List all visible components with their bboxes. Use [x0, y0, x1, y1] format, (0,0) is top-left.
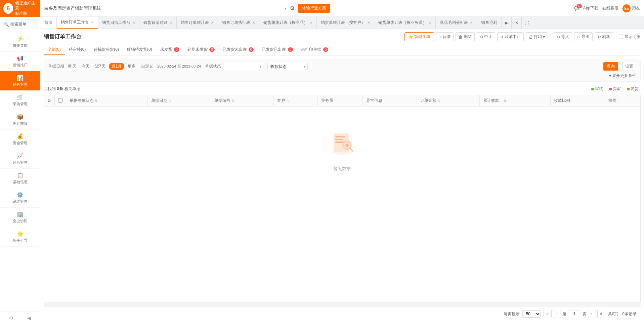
expand-icon[interactable]: ▾: [285, 6, 287, 11]
sub-tab-pending-inspect[interactable]: 待拣货验货(0): [90, 45, 123, 55]
tab-fullscreen-button[interactable]: ⛶: [522, 17, 532, 29]
th-amount-sort[interactable]: 订单金额 ⇅: [420, 98, 476, 104]
tab-home[interactable]: 首页: [40, 17, 57, 29]
sidebar-item-sales-promo[interactable]: 📢 营销推广: [0, 52, 40, 71]
new-button[interactable]: + 新增: [436, 32, 454, 41]
cancel-stop-button[interactable]: ↺ 取消中止: [497, 32, 524, 41]
tab-more-button[interactable]: ▶: [502, 17, 512, 29]
prev-page-button[interactable]: ‹: [553, 310, 561, 318]
page-size-select[interactable]: 50 10 20 100: [522, 310, 541, 318]
tab-sales-order-exec[interactable]: 销售订单执行表 ✕: [218, 17, 259, 29]
message-icon[interactable]: 💬 6: [574, 6, 579, 11]
tab-close-icon[interactable]: ✕: [429, 21, 431, 25]
tab-sales-stats-product[interactable]: 销货单统计表（按商品） ✕: [259, 17, 317, 29]
th-customer-sort[interactable]: 客户 ⇅: [277, 98, 314, 104]
search-menu-button[interactable]: 🔍 搜索菜单: [2, 19, 38, 29]
sidebar-item-sales-mgmt[interactable]: 📊 销售管理: [0, 71, 40, 91]
tab-cash-daily[interactable]: 钱货日清工作台 ✕: [98, 17, 139, 29]
th-date-sort[interactable]: 单据日期 ⇅: [151, 98, 207, 104]
tab-close-icon[interactable]: ✕: [367, 21, 370, 25]
first-page-button[interactable]: «: [544, 310, 552, 318]
date-opt-7days[interactable]: 近7天: [93, 63, 108, 70]
print-button[interactable]: 🖨 打印 ▾: [526, 32, 548, 41]
print-dropdown-icon[interactable]: ▾: [543, 35, 545, 39]
sidebar-item-operations[interactable]: 📈 经营管理: [0, 149, 40, 169]
sidebar-item-basic-info[interactable]: 📋 基础信息: [0, 169, 40, 188]
settings-query-button[interactable]: 设置: [622, 62, 636, 71]
sidebar-item-inventory[interactable]: 📦 库存核算: [0, 110, 40, 130]
tab-close-icon[interactable]: ✕: [310, 21, 312, 25]
sub-tab-not-shipped[interactable]: 未发货 0: [156, 45, 183, 55]
tab-product-margin[interactable]: 商品毛利分析表 ✕: [436, 17, 477, 29]
stop-button[interactable]: ⊘ 中止: [477, 32, 495, 41]
select-all-checkbox[interactable]: [58, 98, 62, 103]
show-detail-checkbox[interactable]: 显示明细: [619, 34, 641, 40]
purchase-mgmt-icon: 🛒: [17, 94, 24, 100]
industry-btn[interactable]: 体验行业方案: [298, 4, 330, 13]
settings-icon[interactable]: ⚙: [290, 5, 295, 11]
horizontal-scrollbar[interactable]: [44, 303, 641, 307]
operations-icon: 📈: [17, 153, 24, 159]
cancel-review-quick-btn[interactable]: 弃审: [607, 85, 623, 93]
basic-info-icon: 📋: [17, 172, 24, 178]
th-status-sort[interactable]: 单据整体状态 ⇅: [70, 98, 144, 104]
show-detail-input[interactable]: [619, 35, 623, 39]
sub-tab-expired-not-shipped[interactable]: 到期未发货 0: [183, 45, 219, 55]
import-button[interactable]: ⊙ 导入: [554, 32, 572, 41]
collapse-icon[interactable]: ◀: [27, 315, 31, 321]
tab-minimize-button[interactable]: ✕: [512, 17, 522, 29]
expand-down-icon: ▾: [609, 74, 611, 78]
date-opt-1month[interactable]: 近1月: [109, 63, 125, 70]
sidebar-item-system-mgmt[interactable]: ⚙️ 系统管理: [0, 188, 40, 208]
date-filter: 单据日期 昨天 今天 近7天 近1月 更多 自定义 2023-02-24 至 2…: [48, 63, 201, 70]
sub-tab-not-printed[interactable]: 未打印单据 0: [297, 45, 332, 55]
date-opt-yesterday[interactable]: 昨天: [66, 63, 78, 70]
delete-button[interactable]: 🗑 删除: [456, 32, 475, 41]
sidebar-item-purchase-mgmt[interactable]: 🛒 采购管理: [0, 91, 40, 110]
sub-tab-all[interactable]: 全部(0): [44, 45, 65, 55]
sidebar-item-new-guide[interactable]: 🌟 新手引导: [0, 227, 40, 247]
online-service-link[interactable]: 在线客服: [602, 5, 618, 11]
last-page-button[interactable]: »: [597, 310, 605, 318]
expand-filter-button[interactable]: ▾ 展开更多条件: [609, 73, 636, 79]
page-input[interactable]: [568, 311, 581, 317]
tab-close-icon[interactable]: ✕: [211, 21, 214, 25]
sub-tab-shipped-not-out[interactable]: 已发货未出库 0: [219, 45, 258, 55]
sub-tab-pending-review[interactable]: 待审核(0): [65, 45, 90, 55]
date-opt-today[interactable]: 今天: [80, 63, 92, 70]
tab-close-icon[interactable]: ✕: [91, 21, 94, 24]
th-check[interactable]: [55, 95, 66, 107]
status-select[interactable]: [223, 63, 263, 70]
smart-create-button[interactable]: ⭐ 智能生单: [404, 32, 434, 41]
next-page-button[interactable]: ›: [588, 310, 596, 318]
th-settings[interactable]: ⚙: [44, 95, 55, 107]
refresh-button[interactable]: ↻ 刷新: [595, 32, 613, 41]
date-opt-more[interactable]: 更多: [126, 63, 138, 70]
tab-sales-stats-staff[interactable]: 销货单统计表（按业务员） ✕: [374, 17, 436, 29]
svg-rect-2: [335, 136, 345, 137]
sidebar-item-enterprise[interactable]: 🏢 企业协同: [0, 208, 40, 227]
tab-sales-order-stats[interactable]: 销售订单统计表 ✕: [177, 17, 218, 29]
settings-icon[interactable]: ⚙: [9, 315, 13, 321]
th-collected-sort[interactable]: 累计收款... ⇅: [483, 98, 547, 104]
tab-sales-profit[interactable]: 销售毛利: [477, 17, 502, 29]
export-button[interactable]: ⊙ 导出: [574, 32, 593, 41]
payment-status-select[interactable]: 收款状态: [267, 63, 308, 70]
ship-quick-btn[interactable]: 发货: [625, 85, 641, 93]
th-number-sort[interactable]: 单据编号 ⇅: [214, 98, 270, 104]
sub-tab-shipped-out[interactable]: 已发货已出库 0: [258, 45, 297, 55]
app-download-link[interactable]: App下载: [583, 5, 598, 11]
tab-cash-reconcile[interactable]: 钱货日清对账 ✕: [139, 17, 177, 29]
tab-close-icon[interactable]: ✕: [470, 21, 473, 25]
sub-tab-wangpu[interactable]: 旺铺待发货(0): [123, 45, 156, 55]
tab-sales-stats-customer[interactable]: 销货单统计表（按客户） ✕: [317, 17, 374, 29]
tab-close-icon[interactable]: ✕: [170, 21, 172, 25]
query-button[interactable]: 查询: [603, 62, 618, 71]
tab-sales-order-workbench[interactable]: 销售订单工作台 ✕: [57, 17, 98, 29]
tab-close-icon[interactable]: ✕: [252, 21, 255, 25]
review-quick-btn[interactable]: 审核: [589, 85, 605, 93]
sidebar-item-quick-nav[interactable]: ⚡ 快捷导航: [0, 32, 40, 52]
date-opt-custom[interactable]: 自定义: [139, 63, 155, 70]
tab-close-icon[interactable]: ✕: [132, 21, 135, 25]
sidebar-item-finance[interactable]: 💰 资金管理: [0, 130, 40, 149]
